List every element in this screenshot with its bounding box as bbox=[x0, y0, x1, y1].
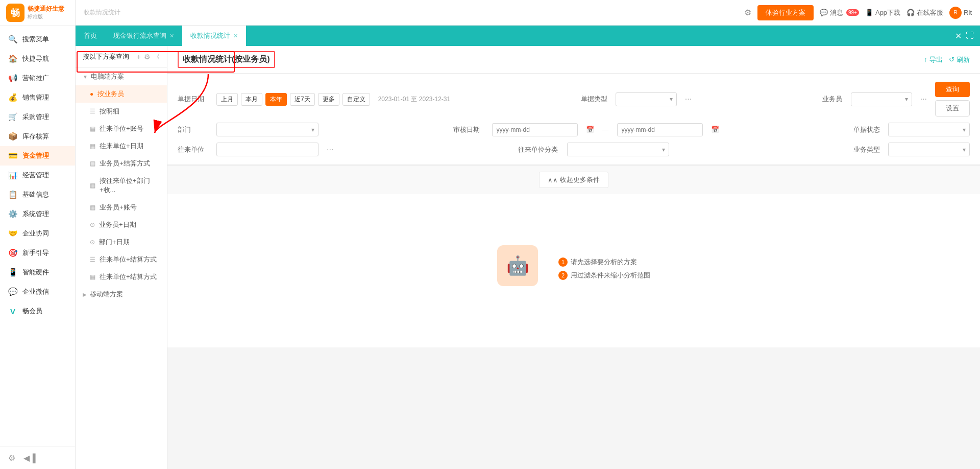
scheme-item-salesman-account[interactable]: ▦ 业务员+账号 bbox=[76, 199, 167, 216]
user-avatar: R bbox=[949, 7, 962, 19]
collapse-button[interactable]: ∧∧ 收起更多条件 bbox=[539, 172, 608, 188]
sidebar-item-operations[interactable]: 📊 经营管理 bbox=[0, 166, 75, 185]
header-settings-icon[interactable]: ⚙ bbox=[744, 8, 751, 17]
sidebar-item-member[interactable]: V 畅会员 bbox=[0, 301, 75, 321]
scheme-settings-icon[interactable]: ⚙ bbox=[144, 53, 151, 61]
sidebar-item-guide[interactable]: 🎯 新手引导 bbox=[0, 243, 75, 263]
cal-to-icon[interactable]: 📅 bbox=[711, 126, 719, 133]
this-year-btn[interactable]: 本年 bbox=[265, 93, 287, 106]
tab-bank-flow-close[interactable]: ✕ bbox=[169, 33, 174, 39]
salesman-more-icon[interactable]: ··· bbox=[920, 95, 927, 104]
counterparty-category-select[interactable] bbox=[567, 143, 669, 156]
query-button[interactable]: 查询 bbox=[935, 82, 970, 97]
sidebar-item-wechat[interactable]: 💬 企业微信 bbox=[0, 282, 75, 301]
counterparty-more-icon[interactable]: ··· bbox=[327, 145, 333, 154]
doc-type-select[interactable] bbox=[616, 92, 677, 106]
mobile-section-arrow: ▶ bbox=[83, 292, 87, 297]
date-separator: — bbox=[602, 126, 609, 133]
unit-dept-icon: ▦ bbox=[90, 182, 95, 189]
cal-from-icon[interactable]: 📅 bbox=[586, 126, 594, 133]
tab-receipt-stats-close[interactable]: ✕ bbox=[233, 33, 238, 39]
business-type-select[interactable] bbox=[888, 143, 970, 156]
notification-icon: 💬 bbox=[820, 9, 828, 16]
dept-select[interactable] bbox=[216, 123, 318, 136]
dept-label: 部门 bbox=[178, 125, 208, 134]
sidebar-item-smart-hw[interactable]: 📱 智能硬件 bbox=[0, 263, 75, 282]
tab-expand-icon[interactable]: ⛶ bbox=[966, 31, 974, 40]
scheme-item-unit-dept-receipt[interactable]: ▦ 按往来单位+部门+收... bbox=[76, 172, 167, 199]
tab-close-all-icon[interactable]: ✕ bbox=[955, 31, 962, 41]
sidebar-menu: 🔍 搜索菜单 🏠 快捷导航 📢 营销推广 💰 销售管理 🛒 采购管理 📦 库存核… bbox=[0, 26, 75, 447]
footer-settings-icon[interactable]: ⚙ bbox=[8, 453, 15, 463]
online-service-btn[interactable]: 🎧 在线客服 bbox=[906, 8, 943, 17]
scheme-collapse-icon[interactable]: 《 bbox=[154, 53, 160, 61]
custom-date-btn[interactable]: 自定义 bbox=[342, 93, 370, 106]
review-date-to-input[interactable] bbox=[617, 123, 703, 136]
scheme-item-salesman-date[interactable]: ⊙ 业务员+日期 bbox=[76, 216, 167, 233]
dept-date-icon: ⊙ bbox=[90, 239, 95, 246]
empty-steps: 1 请先选择要分析的方案 2 用过滤条件来缩小分析范围 bbox=[558, 257, 650, 284]
scheme-panel: 按以下方案查询 + ⚙ 《 ▼ 电脑端方案 ● 按业务员 ☰ 按明细 ▦ 往来单… bbox=[76, 46, 167, 469]
scheme-item-unit-payment2[interactable]: ▦ 往来单位+结算方式 bbox=[76, 268, 167, 286]
scheme-item-unit-account[interactable]: ▦ 往来单位+账号 bbox=[76, 120, 167, 137]
sidebar-item-funds[interactable]: 💳 资金管理 bbox=[0, 146, 75, 166]
footer-collapse-icon[interactable]: ◀▐ bbox=[23, 453, 35, 463]
sidebar-item-enterprise[interactable]: 🤝 企业协同 bbox=[0, 224, 75, 243]
inventory-icon: 📦 bbox=[8, 132, 17, 141]
tab-home[interactable]: 首页 bbox=[76, 26, 105, 46]
scheme-item-unit-date[interactable]: ▦ 往来单位+日期 bbox=[76, 137, 167, 155]
filter-panel: 单据日期 上月 本月 本年 近7天 更多 自定义 2023-01-01 至 20… bbox=[167, 74, 980, 165]
user-btn[interactable]: R Rit bbox=[949, 7, 972, 19]
smart-hw-icon: 📱 bbox=[8, 268, 17, 277]
filter-row-1: 单据日期 上月 本月 本年 近7天 更多 自定义 2023-01-01 至 20… bbox=[178, 82, 970, 116]
business-type-select-wrapper bbox=[888, 143, 970, 156]
doc-type-label: 单据类型 bbox=[581, 95, 607, 104]
unit-date-icon: ▦ bbox=[90, 143, 95, 150]
scheme-item-dept-date[interactable]: ⊙ 部门+日期 bbox=[76, 233, 167, 251]
sidebar-item-system[interactable]: ⚙️ 系统管理 bbox=[0, 204, 75, 224]
doc-type-select-wrapper bbox=[616, 92, 677, 106]
this-month-btn[interactable]: 本月 bbox=[241, 93, 262, 106]
wechat-icon: 💬 bbox=[8, 287, 17, 296]
date-button-group: 上月 本月 本年 近7天 更多 自定义 bbox=[216, 93, 370, 106]
unit-payment2-icon: ▦ bbox=[90, 273, 95, 280]
step1-number: 1 bbox=[558, 257, 568, 267]
scheme-item-salesman-payment[interactable]: ▤ 业务员+结算方式 bbox=[76, 155, 167, 172]
settings-button[interactable]: 设置 bbox=[935, 100, 970, 116]
scheme-item-by-detail[interactable]: ☰ 按明细 bbox=[76, 103, 167, 120]
collapse-icon: ∧∧ bbox=[548, 176, 558, 184]
scheme-item-unit-payment1[interactable]: ☰ 往来单位+结算方式 bbox=[76, 251, 167, 268]
sidebar-item-purchase[interactable]: 🛒 采购管理 bbox=[0, 107, 75, 127]
scheme-section-pc-header[interactable]: ▼ 电脑端方案 bbox=[76, 68, 167, 85]
scheme-item-by-salesman[interactable]: ● 按业务员 bbox=[76, 85, 167, 103]
filter-row-3: 往来单位 ··· 往来单位分类 业务类型 bbox=[178, 143, 970, 156]
scheme-section-mobile-header[interactable]: ▶ 移动端方案 bbox=[76, 286, 167, 303]
sidebar-item-inventory[interactable]: 📦 库存核算 bbox=[0, 127, 75, 146]
notification-btn[interactable]: 💬 消息 99+ bbox=[820, 8, 859, 17]
doc-status-label: 单据状态 bbox=[853, 125, 880, 134]
doc-type-more-icon[interactable]: ··· bbox=[685, 95, 692, 104]
refresh-button[interactable]: ↺ 刷新 bbox=[949, 55, 970, 64]
sidebar-item-basic-info[interactable]: 📋 基础信息 bbox=[0, 185, 75, 204]
dept-select-wrapper bbox=[216, 123, 318, 136]
counterparty-input[interactable] bbox=[216, 143, 318, 156]
more-date-btn[interactable]: 更多 bbox=[318, 93, 339, 106]
sidebar-item-search[interactable]: 🔍 搜索菜单 bbox=[0, 30, 75, 49]
step1-text: 请先选择要分析的方案 bbox=[571, 257, 637, 267]
sidebar-item-marketing[interactable]: 📢 营销推广 bbox=[0, 68, 75, 88]
doc-status-select[interactable] bbox=[888, 123, 970, 136]
export-icon: ↑ bbox=[924, 56, 928, 63]
last7-btn[interactable]: 近7天 bbox=[290, 93, 315, 106]
scheme-add-icon[interactable]: + bbox=[137, 53, 141, 61]
tab-receipt-stats[interactable]: 收款情况统计 ✕ bbox=[182, 26, 246, 46]
salesman-scheme-icon: ● bbox=[90, 90, 93, 98]
trial-button[interactable]: 体验行业方案 bbox=[757, 5, 814, 20]
sidebar-item-sales[interactable]: 💰 销售管理 bbox=[0, 88, 75, 107]
export-button[interactable]: ↑ 导出 bbox=[924, 55, 943, 64]
last-month-btn[interactable]: 上月 bbox=[216, 93, 238, 106]
app-download-btn[interactable]: 📱 App下载 bbox=[865, 8, 900, 17]
salesman-select[interactable] bbox=[851, 92, 912, 106]
tab-bank-flow[interactable]: 现金银行流水查询 ✕ bbox=[105, 26, 182, 46]
sidebar-item-quicknav[interactable]: 🏠 快捷导航 bbox=[0, 49, 75, 68]
review-date-from-input[interactable] bbox=[492, 123, 578, 136]
